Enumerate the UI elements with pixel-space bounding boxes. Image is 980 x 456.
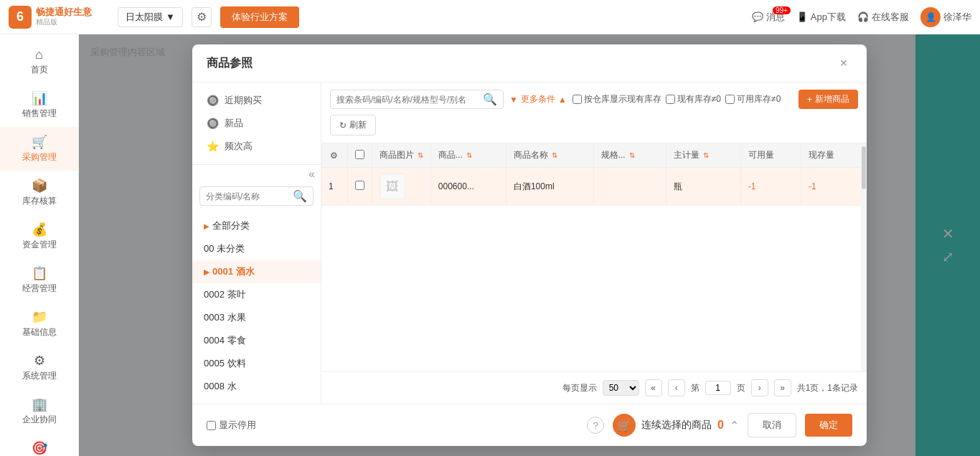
show-disabled-checkbox[interactable]: 显示停用 [207, 419, 256, 432]
sidebar-item-enterprise[interactable]: 🏢 企业协同 [0, 389, 78, 433]
high-frequency-item[interactable]: ⭐ 频次高 [199, 136, 314, 157]
sidebar-item-system[interactable]: ⚙ 系统管理 [0, 346, 78, 389]
expand-icon-0001: ▶ [204, 268, 209, 276]
category-00[interactable]: 00 未分类 [192, 237, 321, 260]
sidebar-item-sales[interactable]: 📊 销售管理 [0, 83, 78, 127]
category-0005[interactable]: 0005 饮料 [192, 352, 321, 375]
last-page-button[interactable]: » [774, 379, 791, 396]
collapse-area: « [192, 165, 321, 184]
available-stock-label: 可用库存≠0 [737, 93, 781, 105]
basic-info-icon: 📁 [32, 309, 47, 325]
row-image: 🖼 [372, 168, 430, 206]
filter-arrow-icon: ▲ [558, 95, 567, 105]
sidebar-label-inventory: 库存核算 [22, 195, 57, 207]
collapse-button[interactable]: « [308, 168, 315, 181]
sidebar-item-inventory[interactable]: 📦 库存核算 [0, 171, 78, 214]
cart-icon: 🛒 [613, 414, 636, 437]
th-settings[interactable]: ⚙ [321, 143, 347, 168]
page-input[interactable] [705, 381, 731, 395]
first-page-button[interactable]: « [645, 379, 662, 396]
recent-label: 近期购买 [225, 94, 262, 107]
category-search-input[interactable] [206, 191, 293, 201]
nav-selector[interactable]: 日太阳膜 ▼ [118, 7, 183, 27]
selector-label: 日太阳膜 [126, 11, 163, 24]
scrollbar-thumb[interactable] [862, 146, 866, 189]
message-icon: 💬 [752, 11, 763, 22]
table-scrollbar[interactable] [861, 143, 867, 371]
category-0003[interactable]: 0003 水果 [192, 306, 321, 329]
cart-chevron-up-icon[interactable]: ⌃ [730, 419, 739, 432]
new-label: 新品 [225, 117, 243, 130]
app-download-button[interactable]: 📱 App下载 [796, 11, 846, 24]
th-checkbox [347, 143, 372, 168]
th-stock-label: 现存量 [809, 150, 834, 160]
available-stock-checkbox[interactable]: 可用库存≠0 [725, 93, 781, 105]
refresh-button[interactable]: ↻ 刷新 [330, 115, 376, 136]
th-code[interactable]: 商品... ⇅ [430, 143, 506, 168]
per-page-select[interactable]: 50 100 [603, 380, 639, 396]
more-filter-button[interactable]: ▼ 更多条件 ▲ [509, 93, 567, 105]
category-0001[interactable]: ▶ 0001 酒水 [192, 260, 321, 283]
home-icon: ⌂ [35, 47, 43, 62]
sidebar-item-operations[interactable]: 📋 经营管理 [0, 258, 78, 302]
product-search-input[interactable] [336, 95, 480, 105]
freq-label: 频次高 [225, 140, 253, 153]
modal-header: 商品参照 × [192, 44, 867, 82]
sidebar-item-home[interactable]: ⌂ 首页 [0, 40, 78, 83]
settings-icon[interactable]: ⚙ [192, 7, 212, 27]
category-search-area: 🔍 [192, 184, 321, 209]
logo: 6 畅捷通好生意 精品版 [9, 6, 109, 29]
trial-button[interactable]: 体验行业方案 [220, 6, 299, 28]
new-product-item[interactable]: 🔘 新品 [199, 113, 314, 134]
th-image[interactable]: 商品图片 ⇅ [372, 143, 430, 168]
cart-area[interactable]: 🛒 连续选择的商品 0 ⌃ [613, 414, 739, 437]
category-0002[interactable]: 0002 茶叶 [192, 283, 321, 306]
user-profile[interactable]: 👤 徐泽华 [920, 7, 971, 27]
sidebar-item-guide[interactable]: 🎯 新手引导 [0, 433, 78, 456]
confirm-button[interactable]: 确定 [805, 414, 852, 437]
checkbox-group: 按仓库显示现有库存 现有库存≠0 可用库存≠0 [573, 93, 781, 105]
modal-footer: 显示停用 ? 🛒 连续选择的商品 0 ⌃ 取消 确定 [192, 404, 867, 446]
category-0003-label: 0003 水果 [204, 311, 246, 324]
operations-icon: 📋 [32, 265, 47, 281]
total-records: 共1页，1条记录 [797, 382, 858, 394]
modal-body: 🔘 近期购买 🔘 新品 ⭐ 频次高 « [192, 82, 867, 404]
next-page-button[interactable]: › [751, 379, 768, 396]
category-list: ▶ 全部分类 00 未分类 ▶ 0001 酒水 0002 茶叶 [192, 209, 321, 404]
sidebar-label-home: 首页 [31, 64, 48, 76]
category-all-label: 全部分类 [212, 219, 250, 232]
warehouse-stock-checkbox[interactable]: 按仓库显示现有库存 [573, 93, 661, 105]
purchase-icon: 🛒 [32, 134, 47, 150]
online-service-button[interactable]: 🎧 在线客服 [857, 11, 909, 24]
sidebar-item-finance[interactable]: 💰 资金管理 [0, 214, 78, 258]
left-quick-nav: 🔘 近期购买 🔘 新品 ⭐ 频次高 [192, 82, 321, 165]
sidebar-label-purchase: 采购管理 [22, 151, 57, 163]
help-button[interactable]: ? [587, 417, 604, 434]
row-checkbox[interactable] [347, 168, 372, 206]
th-spec-label: 规格... [601, 150, 626, 160]
th-spec[interactable]: 规格... ⇅ [593, 143, 666, 168]
modal-close-button[interactable]: × [835, 54, 852, 72]
image-placeholder-icon: 🖼 [386, 179, 399, 194]
sidebar-item-basic-info[interactable]: 📁 基础信息 [0, 302, 78, 346]
category-all[interactable]: ▶ 全部分类 [192, 214, 321, 237]
pagination: 每页显示 50 100 « ‹ 第 页 › » 共1页，1条记录 [321, 371, 867, 404]
table-row[interactable]: 1 🖼 [321, 168, 861, 206]
message-button[interactable]: 💬 消息 99+ [752, 11, 785, 24]
add-product-button[interactable]: + 新增商品 [798, 90, 858, 109]
system-icon: ⚙ [34, 353, 45, 369]
category-0010[interactable]: 0010 家电 [192, 398, 321, 404]
row-select-checkbox[interactable] [355, 181, 364, 190]
current-stock-checkbox[interactable]: 现有库存≠0 [666, 93, 721, 105]
th-unit[interactable]: 主计量 ⇅ [666, 143, 740, 168]
category-0008[interactable]: 0008 水 [192, 375, 321, 398]
sidebar-item-purchase[interactable]: 🛒 采购管理 [0, 127, 78, 171]
th-name[interactable]: 商品名称 ⇅ [506, 143, 593, 168]
prev-page-button[interactable]: ‹ [668, 379, 685, 396]
cancel-button[interactable]: 取消 [748, 413, 796, 437]
row-available: -1 [740, 168, 801, 206]
freq-icon: ⭐ [207, 141, 219, 152]
category-0004[interactable]: 0004 零食 [192, 329, 321, 352]
select-all-checkbox[interactable] [355, 150, 364, 159]
recent-purchase-item[interactable]: 🔘 近期购买 [199, 90, 314, 111]
